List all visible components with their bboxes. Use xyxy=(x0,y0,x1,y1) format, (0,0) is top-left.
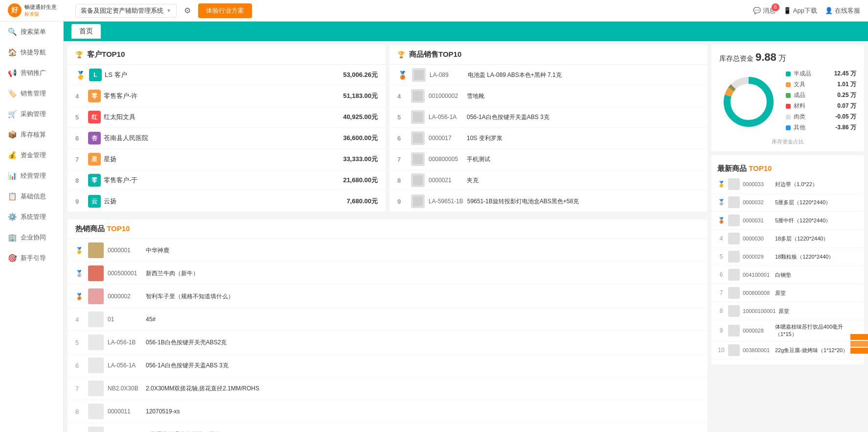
new-goods-panel: 最新商品 TOP10 🥇 0000033 封边带（1.0*22） 🥈 00000… xyxy=(711,155,864,364)
sidebar-item-marketing[interactable]: 📢 营销推广 xyxy=(0,63,63,83)
sidebar-item-purchase[interactable]: 🛒 采购管理 xyxy=(0,104,63,124)
logo-icon: 好 xyxy=(8,3,22,17)
hot-name-1: 中华神鹿 xyxy=(146,246,700,255)
hot-goods-panel: 热销商品 TOP10 🥇 0000001 中华神鹿 🥈 000500001 xyxy=(68,219,708,432)
customer-ranking-title: 客户TOP10 xyxy=(87,50,125,59)
customer-avatar-5: 红 xyxy=(88,111,101,123)
new-img-6 xyxy=(728,269,740,281)
sidebar-label-newbie: 新手引导 xyxy=(21,254,46,263)
sidebar-item-system[interactable]: ⚙️ 系统管理 xyxy=(0,207,63,227)
rank-4: 4 xyxy=(397,93,407,100)
hot-img-4 xyxy=(88,312,104,327)
rank-num-4: 4 xyxy=(75,93,85,100)
inventory-panel: 库存总资金 9.88 万 xyxy=(711,45,864,151)
new-img-8 xyxy=(728,305,740,317)
new-name-3: 5厘中纤（1220*2440） xyxy=(775,217,858,224)
goods-name-4: 雪地靴 xyxy=(467,92,700,100)
customer-value-6: 36,600.00元 xyxy=(343,134,378,143)
customer-avatar-7: 星 xyxy=(88,153,101,166)
hot-img-7 xyxy=(88,381,104,396)
hot-code-6: LA-056-1A xyxy=(108,362,142,369)
hot-code-4: 01 xyxy=(108,316,142,323)
goods-img-5 xyxy=(411,110,425,124)
new-code-6: 004100001 xyxy=(743,272,772,278)
inventory-chart-label: 库存资金占比 xyxy=(719,138,856,145)
float-btn-service[interactable]: 客服热线 xyxy=(850,334,868,340)
online-service-action[interactable]: 👤 在线客服 xyxy=(825,6,860,15)
logo-badge: 标准版 xyxy=(24,11,57,18)
new-img-9 xyxy=(728,325,740,336)
rank-8: 8 xyxy=(397,177,407,184)
goods-sales-item-3: 🥉 LA-089 电池盖 LA-089 ABS本色+黑种 7.1克 xyxy=(389,65,708,86)
new-code-5: 0000029 xyxy=(743,254,772,260)
hot-goods-header: 热销商品 TOP10 xyxy=(68,219,708,239)
message-badge: 6 xyxy=(772,3,779,11)
new-code-7: 000800008 xyxy=(743,290,772,296)
trial-button[interactable]: 体验行业方案 xyxy=(198,3,252,18)
sidebar-item-search[interactable]: 🔍 搜索菜单 xyxy=(0,22,63,42)
customer-value-8: 21,680.00元 xyxy=(343,176,378,185)
legend-dot-chengpin xyxy=(786,93,791,98)
sidebar-item-inventory[interactable]: 📦 库存核算 xyxy=(0,124,63,145)
goods-name-9: 59651-1B旋转投影灯电池盒ABS黑色+58克 xyxy=(467,197,700,206)
logo-area: 好 畅捷通好生意 标准版 xyxy=(8,3,71,17)
legend-roulei: 肉类 -0.05 万 xyxy=(786,113,856,121)
hot-medal-2: 🥈 xyxy=(75,270,84,277)
customer-avatar-1: L xyxy=(89,69,102,81)
float-btn-live[interactable]: 直播 xyxy=(850,348,868,354)
sidebar-item-basic[interactable]: 📋 基础信息 xyxy=(0,186,63,207)
app-label: App下载 xyxy=(793,6,817,15)
new-code-8: 10000100001 xyxy=(743,308,776,314)
message-action[interactable]: 💬 消息 6 xyxy=(753,6,776,15)
legend-dot-roulei xyxy=(786,115,791,120)
sidebar-item-newbie[interactable]: 🎯 新手引导 xyxy=(0,248,63,268)
inventory-unit: 万 xyxy=(778,54,786,62)
left-panels: 🏆 客户TOP10 🥇 L LS 客户 53,006.26元 xyxy=(64,41,711,432)
tab-home[interactable]: 首页 xyxy=(71,24,101,39)
new-img-1 xyxy=(728,178,740,190)
svg-rect-1 xyxy=(413,91,423,101)
sidebar-item-collab[interactable]: 🏢 企业协同 xyxy=(0,227,63,248)
goods-sales-item-5: 5 LA-056-1A 056-1A白色按键开关盖ABS 3克 xyxy=(389,107,708,128)
sidebar-item-finance[interactable]: 💰 资金管理 xyxy=(0,145,63,166)
hot-medal-1: 🥇 xyxy=(75,247,84,254)
message-icon: 💬 xyxy=(753,7,761,14)
customer-ranking-header: 🏆 客户TOP10 xyxy=(68,45,386,65)
sidebar-item-quicknav[interactable]: 🏠 快捷导航 xyxy=(0,42,63,63)
settings-icon[interactable]: ⚙ xyxy=(181,4,194,18)
new-name-5: 18颗粒板（1220*2440） xyxy=(775,253,858,261)
goods-name-6: 10S 变利罗浆 xyxy=(467,134,700,143)
hot-item-6: 6 LA-056-1A 056-1A白色按键开关盖ABS 3克 xyxy=(68,354,708,377)
rank-6: 6 xyxy=(397,135,407,142)
new-name-8: 原堂 xyxy=(778,308,858,315)
logo-text-block: 畅捷通好生意 标准版 xyxy=(24,3,57,17)
float-buttons: 客服热线 服务社区 直播 xyxy=(850,334,868,354)
bronze-medal-icon: 🥉 xyxy=(397,70,408,80)
customer-ranking-list: 🥇 L LS 客户 53,006.26元 4 零 零售客户-许 51,183.0… xyxy=(68,65,386,212)
legend-chengpin: 成品 0.25 万 xyxy=(786,91,856,99)
sidebar-item-sales[interactable]: 🏷️ 销售管理 xyxy=(0,83,63,104)
goods-sales-item-6: 6 0000017 10S 变利罗浆 xyxy=(389,128,708,149)
new-code-2: 0000032 xyxy=(743,199,772,205)
customer-ranking-panel: 🏆 客户TOP10 🥇 L LS 客户 53,006.26元 xyxy=(68,45,386,212)
new-name-1: 封边带（1.0*22） xyxy=(775,181,858,188)
goods-img-3 xyxy=(412,68,426,82)
customer-name-5: 红太阳文具 xyxy=(104,113,343,121)
goods-code-3: LA-089 xyxy=(430,72,464,78)
new-item-8: 8 10000100001 原堂 xyxy=(711,302,864,320)
sidebar-label-finance: 资金管理 xyxy=(21,151,46,160)
goods-sales-item-9: 9 LA-59651-1B 59651-1B旋转投影灯电池盒ABS黑色+58克 xyxy=(389,191,708,212)
app-download-action[interactable]: 📱 App下载 xyxy=(783,6,817,15)
system-selector[interactable]: 装备及固定资产辅助管理系统 ▼ xyxy=(75,4,177,18)
gold-medal-icon: 🥇 xyxy=(75,70,86,80)
new-medal-1: 🥇 xyxy=(717,181,725,188)
rank-num-8: 8 xyxy=(75,177,85,184)
system-icon: ⚙️ xyxy=(8,213,17,221)
sidebar-item-ops[interactable]: 📊 经营管理 xyxy=(0,166,63,186)
sidebar-label-collab: 企业协同 xyxy=(21,233,46,242)
legend-label-banckengpin: 半成品 xyxy=(794,70,831,78)
svg-rect-4 xyxy=(413,154,423,164)
finance-icon: 💰 xyxy=(8,151,17,160)
float-btn-community[interactable]: 服务社区 xyxy=(850,341,868,347)
svg-rect-6 xyxy=(413,196,423,206)
